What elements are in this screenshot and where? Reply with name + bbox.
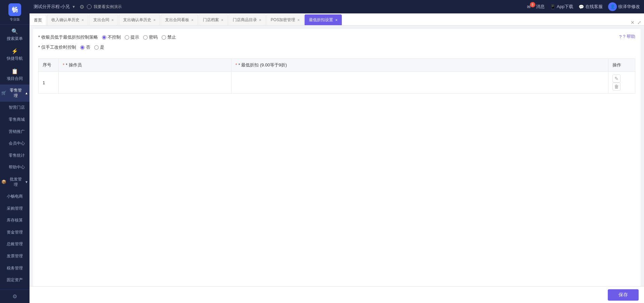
tab-label: POS加密管理 [271, 17, 295, 23]
sidebar-item-label: 营销推广 [9, 129, 25, 135]
option-yes[interactable]: 是 [94, 44, 104, 50]
discount-policy-label: * 收银员低于最低折扣控制策略 [38, 34, 98, 40]
tab-label: 支出合同看板 [165, 17, 189, 23]
tab-close-icon[interactable]: × [221, 18, 223, 22]
tab-close-icon[interactable]: × [111, 18, 114, 22]
discount-table-container: 序号 ** 操作员 ** 最低折扣 (9.00等于9折) 操作 [38, 56, 635, 94]
sidebar-item-purchase[interactable]: 采购管理 [0, 203, 30, 215]
option-no-control-label: 不控制 [108, 34, 121, 40]
sidebar-bottom: ⚙ [0, 290, 30, 303]
col-action-header: 操作 [608, 59, 635, 72]
sidebar-item-label: 项目合同 [7, 76, 23, 82]
tab-bar: 首页 收入确认单历史 × 支出合同 × 支出确认单历史 × 支出合同看板 × 门… [30, 13, 644, 26]
tab-payment-board[interactable]: 支出合同看板 × [161, 14, 198, 25]
tab-close-icon[interactable]: × [153, 18, 156, 22]
sidebar-item-search[interactable]: 🔍 搜索菜单 [0, 25, 30, 45]
tab-close-icon[interactable]: × [335, 18, 337, 22]
sidebar-item-assets[interactable]: 固定资产 [0, 274, 30, 286]
sidebar-item-retail-stats[interactable]: 零售统计 [0, 150, 30, 162]
tab-close-icon[interactable]: × [191, 18, 194, 22]
sidebar-item-tax[interactable]: 税务管理 [0, 262, 30, 274]
sidebar-item-label: 会员中心 [9, 141, 25, 146]
discount-policy-options: 不控制 提示 密码 禁止 [102, 34, 176, 40]
message-badge: 8 [530, 2, 535, 7]
option-password[interactable]: 密码 [143, 34, 158, 40]
tab-min-discount[interactable]: 最低折扣设置 × [305, 14, 342, 25]
support-button[interactable]: 💬 在线客服 [579, 4, 603, 10]
manual-price-row: * 仅手工改价时控制 否 是 [38, 44, 635, 50]
edit-row-button[interactable]: ✎ [612, 74, 621, 83]
demo-circle-icon [87, 4, 92, 9]
app-logo-text: 专业版 [10, 17, 20, 22]
help-icon: ? [619, 34, 622, 39]
sidebar-item-project[interactable]: 📋 项目合同 [0, 65, 30, 85]
sidebar-item-inventory[interactable]: 库存核算 [0, 214, 30, 226]
user-menu[interactable]: 👤 徐泽华修改 [608, 2, 640, 11]
sidebar-item-label: 小畅电商 [7, 194, 23, 199]
tab-close-icon[interactable]: × [297, 18, 300, 22]
tab-label: 首页 [34, 17, 42, 23]
user-avatar: 👤 [608, 2, 617, 11]
sidebar-item-retail[interactable]: 🛒 零售管理 ▲ [0, 85, 30, 102]
demo-text: 我要看实例演示 [94, 4, 122, 10]
sidebar-item-wholesale[interactable]: 📦 批发管理 ▼ [0, 173, 30, 191]
sidebar-item-label: 智营门店 [9, 105, 25, 110]
manual-price-label: * 仅手工改价时控制 [38, 44, 76, 50]
sidebar-item-smart-store[interactable]: 智营门店 [0, 102, 30, 114]
sidebar-item-help[interactable]: 帮助中心 [0, 161, 30, 173]
tab-payment-contract[interactable]: 支出合同 × [89, 14, 118, 25]
sidebar-item-label: 零售管理 [8, 88, 23, 98]
sidebar-item-salary[interactable]: 工资 [0, 286, 30, 290]
option-forbid[interactable]: 禁止 [162, 34, 176, 40]
support-label: 在线客服 [585, 4, 603, 10]
tab-close-icon[interactable]: × [82, 18, 84, 22]
sidebar-item-label: 库存核算 [7, 218, 23, 223]
tab-payment-history[interactable]: 支出确认单历史 × [119, 14, 160, 25]
tab-label: 门店档案 [203, 17, 219, 23]
wholesale-icon: 📦 [1, 180, 6, 185]
sidebar-item-label: 帮助中心 [9, 165, 25, 170]
tab-income-history[interactable]: 收入确认单历史 × [47, 14, 88, 25]
option-no-control[interactable]: 不控制 [102, 34, 121, 40]
retail-icon: 🛒 [1, 91, 6, 96]
cell-discount [231, 72, 608, 94]
delete-row-button[interactable]: 🗑 [612, 83, 621, 91]
demo-link[interactable]: 我要看实例演示 [87, 4, 122, 10]
tab-store-archive[interactable]: 门店档案 × [199, 14, 228, 25]
sidebar-item-label: 资金管理 [7, 230, 23, 235]
topbar-settings-icon[interactable]: ⚙ [79, 4, 84, 10]
sidebar-item-shortcut[interactable]: ⚡ 快捷导航 [0, 45, 30, 64]
sidebar-item-marketing[interactable]: 营销推广 [0, 126, 30, 138]
message-label: 消息 [536, 4, 545, 10]
sidebar-item-label: 快捷导航 [7, 56, 23, 61]
sidebar-item-online-store[interactable]: 零售商城 [0, 114, 30, 126]
tab-store-products[interactable]: 门店商品目录 × [228, 14, 266, 25]
save-button[interactable]: 保存 [608, 289, 639, 301]
sidebar-item-accounting[interactable]: 总账管理 [0, 238, 30, 250]
tab-pos-password[interactable]: POS加密管理 × [266, 14, 304, 25]
message-button[interactable]: ✉ 8 消息 [527, 4, 545, 10]
tab-bar-actions: ✕ ⤢ [628, 20, 644, 25]
app-download-button[interactable]: 📱 App下载 [550, 4, 573, 10]
main-area: 测试分开示程-小兄 ▼ ⚙ 我要看实例演示 ✉ 8 消息 📱 App下载 💬 在… [30, 0, 644, 303]
project-selector[interactable]: 测试分开示程-小兄 ▼ [34, 4, 75, 10]
bottom-bar: 保存 [30, 286, 644, 303]
option-password-label: 密码 [149, 34, 158, 40]
tab-home[interactable]: 首页 [30, 15, 46, 26]
app-icon: 📱 [550, 4, 555, 9]
sidebar-item-invoice[interactable]: 发票管理 [0, 250, 30, 262]
help-link[interactable]: ? ? 帮助 [619, 34, 635, 40]
tab-label: 支出合同 [93, 17, 109, 23]
sidebar-item-ecommerce[interactable]: 小畅电商 [0, 191, 30, 203]
option-no[interactable]: 否 [80, 44, 90, 50]
tab-close-icon[interactable]: × [259, 18, 261, 22]
settings-icon[interactable]: ⚙ [12, 293, 17, 300]
tab-expand-icon[interactable]: ⤢ [637, 20, 641, 25]
option-prompt[interactable]: 提示 [125, 34, 139, 40]
sidebar-item-member[interactable]: 会员中心 [0, 138, 30, 150]
help-text: ? 帮助 [623, 34, 635, 40]
tab-label: 支出确认单历史 [123, 17, 151, 23]
tab-close-all-icon[interactable]: ✕ [631, 20, 635, 25]
sidebar-logo: 畅 专业版 [0, 0, 30, 25]
sidebar-item-finance[interactable]: 资金管理 [0, 226, 30, 239]
